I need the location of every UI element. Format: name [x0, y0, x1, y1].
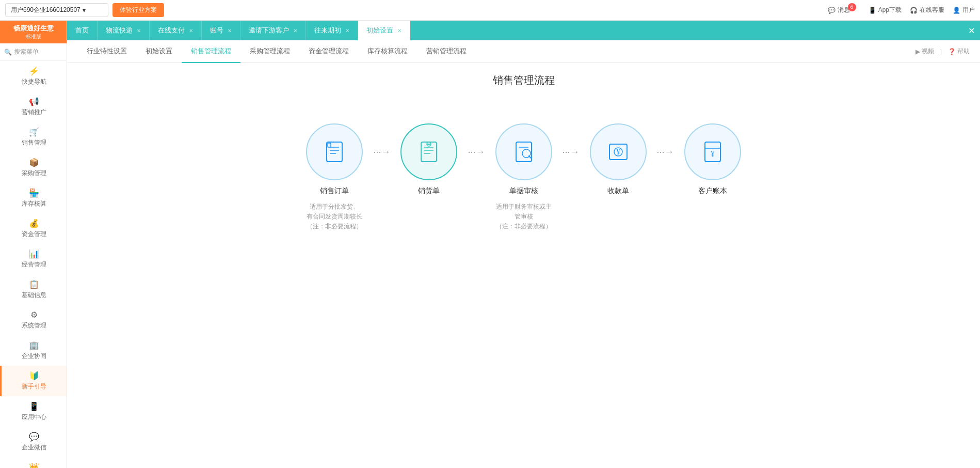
sidebar-item-enterprise[interactable]: 🏢 企业协同 — [0, 335, 67, 366]
tab-logistics-close[interactable]: ✕ — [137, 28, 141, 34]
tab-payment[interactable]: 在线支付 ✕ — [150, 21, 202, 40]
user-selector[interactable]: 用户690企业1660120507 ▾ — [5, 3, 108, 17]
tab-period-label: 往来期初 — [314, 26, 341, 35]
sidebar-logo: 畅康通好生意 标准版 — [0, 21, 67, 43]
user-profile-item[interactable]: 👤 用户 — [953, 6, 975, 14]
app-download-item[interactable]: 📱 App下载 — [869, 6, 902, 14]
tab-account-close[interactable]: ✕ — [228, 28, 232, 34]
sidebar-item-operations[interactable]: 📊 经营管理 — [0, 244, 67, 274]
tab-period[interactable]: 往来期初 ✕ — [306, 21, 358, 40]
flow-circle-sales-order — [306, 123, 363, 180]
wechat-icon: 💬 — [29, 432, 39, 442]
user-display-name: 用户 — [962, 6, 975, 14]
flow-step-receipt[interactable]: ¥ 收款单 — [577, 123, 660, 202]
sidebar-item-label: 销售管理 — [22, 138, 46, 147]
flow-diagram: 销售订单 适用于分批发货、有合同发货周期较长（注：非必要流程） ···→ — [77, 113, 970, 242]
sidebar-item-label: 系统管理 — [22, 321, 46, 330]
sub-tabs: 行业特性设置 初始设置 销售管理流程 采购管理流程 资金管理流程 库存核算流程 … — [67, 40, 980, 63]
tab-logistics[interactable]: 物流快递 ✕ — [98, 21, 150, 40]
flow-step-sales-order[interactable]: 销售订单 适用于分批发货、有合同发货周期较长（注：非必要流程） — [293, 123, 376, 232]
member-icon: 👑 — [29, 462, 39, 468]
sidebar-item-label: 基础信息 — [22, 291, 46, 300]
quick-nav-icon: ⚡ — [29, 66, 39, 76]
sidebar-item-label: 经营管理 — [22, 260, 46, 269]
sidebar: 畅康通好生意 标准版 🔍 搜索菜单 ⚡ 快捷导航 📢 营销推广 🛒 销售管理 📦… — [0, 21, 67, 468]
flow-step-invoice[interactable]: 销货单 — [388, 123, 470, 202]
logo-title: 畅康通好生意 — [13, 24, 54, 33]
tab-invite[interactable]: 邀请下游客户 ✕ — [240, 21, 306, 40]
sub-tab-init-settings[interactable]: 初始设置 — [136, 40, 182, 63]
svg-rect-10 — [516, 142, 532, 162]
sub-tab-inventory-calc[interactable]: 库存核算流程 — [358, 40, 417, 63]
tab-logistics-label: 物流快递 — [106, 26, 133, 35]
sidebar-item-label: 营销推广 — [22, 108, 46, 117]
search-label: 搜索菜单 — [14, 48, 39, 56]
sidebar-item-sales[interactable]: 🛒 销售管理 — [0, 122, 67, 152]
sub-tab-right-actions: ▶ 视频 | ❓ 帮助 — [915, 47, 970, 56]
tab-payment-label: 在线支付 — [158, 26, 185, 35]
svg-rect-4 — [328, 143, 331, 147]
help-link[interactable]: ❓ 帮助 — [948, 47, 970, 56]
nav-close-all-button[interactable]: ✕ — [968, 26, 975, 36]
tab-payment-close[interactable]: ✕ — [189, 28, 193, 34]
sidebar-item-finance[interactable]: 💰 资金管理 — [0, 213, 67, 244]
tab-period-close[interactable]: ✕ — [345, 28, 349, 34]
user-selector-text: 用户690企业1660120507 — [11, 6, 81, 14]
tab-account-label: 账号 — [210, 26, 223, 35]
flow-step-audit[interactable]: 单据审核 适用于财务审核或主管审核（注：非必要流程） — [483, 123, 565, 232]
top-header: 用户690企业1660120507 ▾ 体验行业方案 💬 消息 6 📱 App下… — [0, 0, 980, 21]
sub-tab-sales-flow[interactable]: 销售管理流程 — [182, 40, 240, 63]
sub-tab-finance-flow[interactable]: 资金管理流程 — [299, 40, 358, 63]
video-link[interactable]: ▶ 视频 — [915, 47, 934, 56]
message-badge: 6 — [848, 3, 856, 11]
tab-account[interactable]: 账号 ✕ — [202, 21, 240, 40]
sub-tab-industry[interactable]: 行业特性设置 — [77, 40, 136, 63]
flow-desc-sales-order: 适用于分批发货、有合同发货周期较长（注：非必要流程） — [307, 202, 362, 232]
app-download-label: App下载 — [878, 6, 902, 14]
header-left: 用户690企业1660120507 ▾ 体验行业方案 — [5, 3, 164, 17]
main-content: 首页 物流快递 ✕ 在线支付 ✕ 账号 ✕ 邀请下游客户 ✕ 往来期初 ✕ — [67, 21, 980, 468]
flow-name-account-book: 客户账本 — [698, 186, 727, 196]
header-right: 💬 消息 6 📱 App下载 🎧 在线客服 👤 用户 — [828, 6, 975, 14]
sub-tab-purchase-flow[interactable]: 采购管理流程 — [240, 40, 299, 63]
svg-text:¥: ¥ — [711, 150, 714, 158]
flow-desc-audit: 适用于财务审核或主管审核（注：非必要流程） — [496, 202, 552, 232]
tab-invite-label: 邀请下游客户 — [249, 26, 289, 35]
nav-tabs: 首页 物流快递 ✕ 在线支付 ✕ 账号 ✕ 邀请下游客户 ✕ 往来期初 ✕ — [67, 21, 980, 40]
flow-name-audit: 单据审核 — [509, 186, 538, 196]
sidebar-item-wechat[interactable]: 💬 企业微信 — [0, 427, 67, 457]
sidebar-item-basic[interactable]: 📋 基础信息 — [0, 274, 67, 305]
sidebar-item-system[interactable]: ⚙ 系统管理 — [0, 305, 67, 335]
sidebar-item-inventory[interactable]: 🏪 库存核算 — [0, 183, 67, 213]
online-service-item[interactable]: 🎧 在线客服 — [910, 6, 944, 14]
logo-sub: 标准版 — [13, 33, 54, 40]
flow-step-account-book[interactable]: ¥ 客户账本 — [671, 123, 754, 202]
svg-rect-5 — [421, 142, 437, 162]
message-icon: 💬 — [828, 7, 836, 14]
tab-init[interactable]: 初始设置 ✕ — [358, 21, 410, 40]
trial-button[interactable]: 体验行业方案 — [113, 3, 164, 17]
purchase-icon: 📦 — [29, 158, 39, 167]
operations-icon: 📊 — [29, 249, 39, 259]
sidebar-item-marketing[interactable]: 📢 营销推广 — [0, 91, 67, 122]
message-item[interactable]: 💬 消息 6 — [828, 6, 860, 14]
sidebar-item-app-center[interactable]: 📱 应用中心 — [0, 396, 67, 427]
search-icon: 🔍 — [4, 49, 12, 56]
help-icon: ❓ — [948, 48, 956, 55]
sidebar-search[interactable]: 🔍 搜索菜单 — [0, 43, 67, 61]
sidebar-item-label: 应用中心 — [22, 413, 46, 422]
sidebar-item-purchase[interactable]: 📦 采购管理 — [0, 152, 67, 183]
sub-tab-purchase-flow-label: 采购管理流程 — [250, 46, 290, 56]
sidebar-item-member[interactable]: 👑 畅会员 — [0, 457, 67, 468]
sales-icon: 🛒 — [29, 127, 39, 137]
video-icon: ▶ — [915, 48, 920, 55]
tab-home[interactable]: 首页 — [67, 21, 98, 40]
sidebar-item-quick-nav[interactable]: ⚡ 快捷导航 — [0, 61, 67, 91]
flow-circle-receipt: ¥ — [590, 123, 647, 180]
tab-invite-close[interactable]: ✕ — [293, 28, 297, 34]
guide-icon: 🔰 — [29, 371, 39, 381]
sub-tab-marketing-flow[interactable]: 营销管理流程 — [417, 40, 476, 63]
sidebar-item-label: 企业微信 — [22, 443, 46, 452]
sidebar-item-guide[interactable]: 🔰 新手引导 — [0, 366, 67, 396]
tab-init-close[interactable]: ✕ — [397, 28, 401, 34]
